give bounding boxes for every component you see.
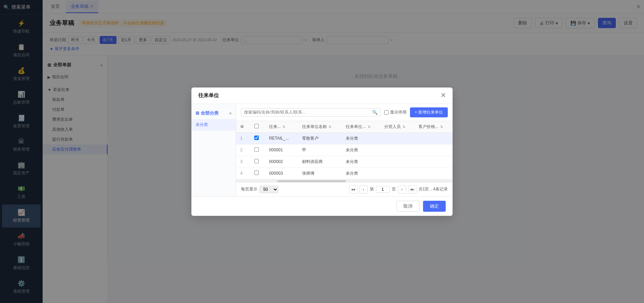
dialog-col-category: 往来单位... ⇅ — [342, 121, 380, 133]
row-price-cell — [414, 167, 453, 179]
dialog-table-row[interactable]: 4 000003 张师傅 未分类 — [236, 167, 453, 179]
row-name-cell: 张师傅 — [298, 167, 342, 179]
pagination-right: ⏮ ‹ 第 页 › ⏭ 共1页，4条记录 — [349, 185, 448, 194]
sort-icon-code: ⇅ — [282, 125, 285, 129]
pagination-left: 每页显示 50 20 100 — [241, 186, 278, 193]
category-header-label: 全部分类 — [201, 110, 219, 116]
dialog-table-container: ⚙ 往来... ⇅ 往来单位名称 ⇅ 往来单位... ⇅ 分管人员 ⇅ 客户价格… — [236, 121, 453, 179]
row-checkbox[interactable] — [254, 171, 259, 175]
dialog-table-row[interactable]: 1 RETAIL_... 零散客户 未分类 — [236, 132, 453, 144]
row-gear-cell: 1 — [236, 132, 250, 144]
confirm-button[interactable]: 确定 — [423, 201, 446, 212]
show-disabled-toggle: 显示停用 — [384, 109, 407, 115]
dialog-scrollbar[interactable] — [236, 179, 453, 182]
row-category-cell: 未分类 — [342, 144, 380, 156]
show-disabled-label: 显示停用 — [390, 109, 407, 115]
dialog-col-code: 往来... ⇅ — [265, 121, 298, 133]
last-page-button[interactable]: ⏭ — [408, 185, 417, 194]
page-unit: 页 — [392, 186, 396, 192]
row-name-cell: 零散客户 — [298, 132, 342, 144]
row-manager-cell — [380, 156, 414, 167]
gear-icon[interactable]: ⚙ — [240, 124, 244, 129]
dialog-search-icon[interactable]: 🔍 — [372, 110, 378, 115]
row-manager-cell — [380, 132, 414, 144]
row-name-cell: 甲 — [298, 144, 342, 156]
row-price-cell — [414, 156, 453, 167]
dialog-footer: 取消 确定 — [191, 196, 453, 216]
dialog-search-input[interactable] — [244, 110, 370, 115]
category-collapse-icon[interactable]: « — [229, 110, 232, 116]
row-checkbox[interactable] — [254, 147, 259, 152]
dialog-overlay: 往来单位 ✕ ⊞ 全部分类 « 未分类 🔍 — [0, 0, 644, 303]
row-category-cell: 未分类 — [342, 156, 380, 167]
per-page-select[interactable]: 50 20 100 — [259, 186, 278, 193]
row-checkbox[interactable] — [254, 159, 259, 163]
add-partner-button[interactable]: + 新增往来单位 — [410, 107, 448, 117]
row-check-cell[interactable] — [250, 144, 265, 156]
prev-page-button[interactable]: ‹ — [359, 185, 368, 194]
partner-dialog: 往来单位 ✕ ⊞ 全部分类 « 未分类 🔍 — [191, 88, 453, 216]
row-check-cell[interactable] — [250, 167, 265, 179]
row-price-cell — [414, 144, 453, 156]
category-item-uncategorized[interactable]: 未分类 — [191, 119, 236, 130]
dialog-col-price: 客户价格... ⇅ — [414, 121, 453, 133]
page-label: 第 — [370, 186, 374, 192]
sort-icon-price: ⇅ — [440, 125, 443, 129]
row-code-cell: 000001 — [265, 144, 298, 156]
dialog-scrollbar-thumb[interactable] — [277, 180, 346, 182]
first-page-button[interactable]: ⏮ — [349, 185, 357, 194]
category-sidebar: ⊞ 全部分类 « 未分类 — [191, 104, 236, 196]
sort-icon-name: ⇅ — [329, 125, 331, 129]
row-code-cell: 000003 — [265, 167, 298, 179]
row-code-cell: RETAIL_... — [265, 132, 298, 144]
dialog-col-name: 往来单位名称 ⇅ — [298, 121, 342, 133]
row-code-cell: 000002 — [265, 156, 298, 167]
row-name-cell: 材料供应商 — [298, 156, 342, 167]
row-price-cell — [414, 132, 453, 144]
row-category-cell: 未分类 — [342, 132, 380, 144]
select-all-checkbox[interactable] — [254, 124, 259, 128]
dialog-table: ⚙ 往来... ⇅ 往来单位名称 ⇅ 往来单位... ⇅ 分管人员 ⇅ 客户价格… — [236, 121, 453, 179]
row-check-cell[interactable] — [250, 132, 265, 144]
per-page-label: 每页显示 — [241, 186, 257, 192]
next-page-button[interactable]: › — [398, 185, 406, 194]
row-category-cell: 未分类 — [342, 167, 380, 179]
dialog-table-header-row: ⚙ 往来... ⇅ 往来单位名称 ⇅ 往来单位... ⇅ 分管人员 ⇅ 客户价格… — [236, 121, 453, 133]
dialog-main: 🔍 显示停用 + 新增往来单位 ⚙ — [236, 104, 453, 196]
row-check-cell[interactable] — [250, 156, 265, 167]
dialog-col-manager: 分管人员 ⇅ — [380, 121, 414, 133]
dialog-pagination: 每页显示 50 20 100 ⏮ ‹ 第 页 › — [236, 182, 453, 196]
dialog-search-box: 🔍 — [241, 108, 381, 117]
row-manager-cell — [380, 167, 414, 179]
row-gear-cell: 3 — [236, 156, 250, 167]
dialog-table-row[interactable]: 2 000001 甲 未分类 — [236, 144, 453, 156]
row-manager-cell — [380, 144, 414, 156]
row-gear-cell: 4 — [236, 167, 250, 179]
dialog-col-check — [250, 121, 265, 133]
dialog-toolbar: 🔍 显示停用 + 新增往来单位 — [236, 104, 453, 121]
dialog-close-button[interactable]: ✕ — [441, 92, 446, 98]
dialog-col-gear: ⚙ — [236, 121, 250, 133]
row-gear-cell: 2 — [236, 144, 250, 156]
grid-icon-dialog: ⊞ — [196, 110, 199, 116]
total-text: 共1页，4条记录 — [419, 186, 448, 192]
page-input[interactable] — [376, 186, 390, 193]
show-disabled-checkbox[interactable] — [384, 110, 389, 115]
cancel-button[interactable]: 取消 — [396, 201, 420, 212]
dialog-title: 往来单位 — [198, 92, 219, 99]
dialog-body: ⊞ 全部分类 « 未分类 🔍 显示停用 — [191, 104, 453, 196]
dialog-table-row[interactable]: 3 000002 材料供应商 未分类 — [236, 156, 453, 167]
category-header: ⊞ 全部分类 « — [191, 107, 236, 119]
dialog-header: 往来单位 ✕ — [191, 88, 453, 104]
row-checkbox[interactable] — [254, 136, 259, 140]
sort-icon-manager: ⇅ — [402, 125, 405, 129]
sort-icon-category: ⇅ — [368, 125, 370, 129]
